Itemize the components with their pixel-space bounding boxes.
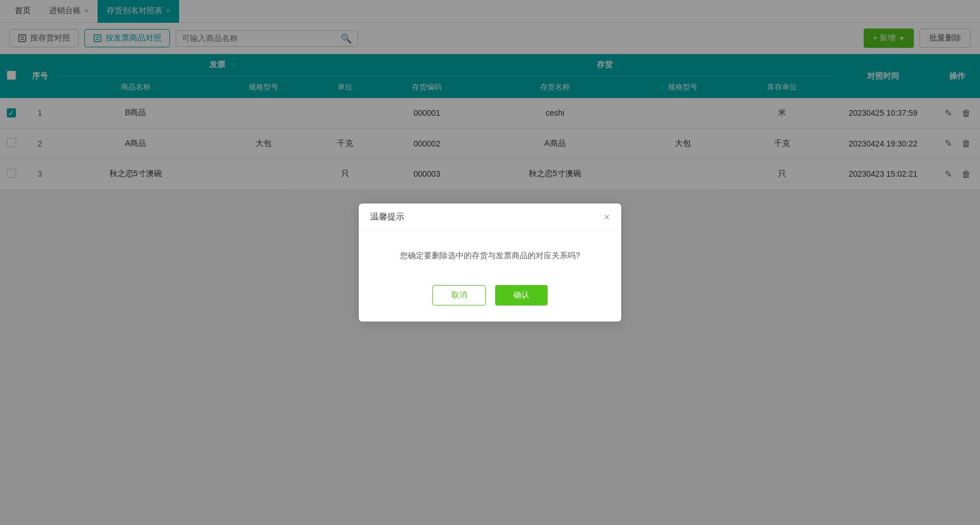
dialog-overlay: 温馨提示 × 您确定要删除选中的存货与发票商品的对应关系吗? 取消 确认 [0,0,980,190]
